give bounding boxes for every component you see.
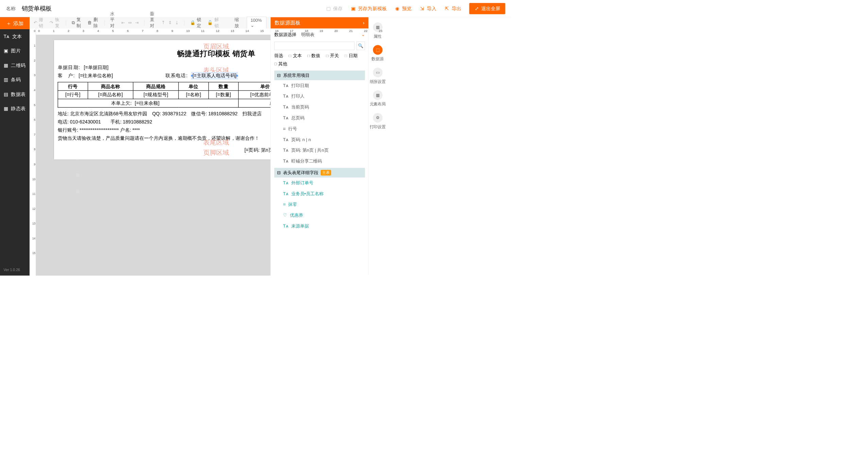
filter-checkbox[interactable]: 其他 — [274, 61, 287, 67]
save-as-icon: ▣ — [351, 6, 356, 11]
image-icon: ▣ — [4, 48, 8, 53]
field[interactable]: 联系电话:[=主联系人电话号码] — [166, 72, 267, 79]
ds-item[interactable]: Tᴀ打印日期 — [274, 80, 365, 91]
import-button[interactable]: ⇲导入 — [420, 5, 436, 12]
data-table[interactable]: 行号商品名称商品规格单位数量单价金额备注[=行号][=商品名称][=规格型号][… — [58, 82, 271, 107]
sidebar-item-qrcode[interactable]: ▦二维码 — [0, 58, 30, 72]
search-icon: 🔍 — [358, 43, 363, 48]
tab-2[interactable]: ▭纸张设置 — [370, 68, 386, 84]
ds-item[interactable]: Tᴀ页码: 第n页 | 共n页 — [274, 145, 365, 156]
align-right-button[interactable]: ⇥ — [135, 20, 139, 25]
right-panel-header: 数据源面板› — [271, 17, 368, 29]
plus-icon: ＋ — [6, 20, 11, 27]
chevron-down-icon: ⌄ — [250, 23, 254, 28]
footer-text[interactable]: 地址: 北京市海淀区北清路68号用友软件园 QQ: 393879122 微信号:… — [58, 110, 271, 142]
sidebar-item-barcode[interactable]: ▥条码 — [0, 72, 30, 87]
filter-checkbox[interactable]: 开关 — [326, 53, 339, 59]
statictable-icon: ▦ — [4, 106, 8, 111]
exit-fullscreen-button[interactable]: ⤢退出全屏 — [469, 3, 505, 14]
ds-item[interactable]: Tᴀ业务员•员工名称 — [274, 188, 365, 199]
canvas[interactable]: 页眉区域 表头区域 畅捷通打印模板 销货单 单据日期:[=单据日期]单据编号:[… — [36, 35, 271, 275]
export-icon: ⇱ — [445, 6, 450, 11]
align-top-button[interactable]: ⤒ — [161, 20, 165, 25]
doc-title[interactable]: 畅捷通打印模板 销货单 — [58, 49, 271, 59]
zoom-select[interactable]: 100% ⌄ — [247, 17, 266, 29]
category-headtail[interactable]: ⊟表头表尾详细字段主表 — [274, 168, 365, 178]
sidebar-item-datatable[interactable]: ▤数据表 — [0, 87, 30, 101]
zoom-label: 缩放 — [235, 17, 241, 29]
unlock-button[interactable]: 🔓解锁 — [207, 17, 219, 29]
ds-item[interactable]: ⌗抹零 — [274, 199, 365, 210]
align-bottom-button[interactable]: ⤓ — [175, 20, 179, 25]
filter-checkbox[interactable]: 数值 — [307, 53, 320, 59]
ruler-horizontal: 01234567891011121314151617181920212223 — [36, 29, 271, 35]
qrcode-icon: ▦ — [4, 63, 8, 68]
sidebar-item-statictable[interactable]: ▦静态表 — [0, 101, 30, 116]
field[interactable] — [166, 64, 267, 71]
sidebar-item-text[interactable]: Tᴀ文本 — [0, 29, 30, 44]
search-input[interactable] — [274, 42, 354, 50]
ds-item[interactable]: Tᴀ页码: n | n — [274, 134, 365, 145]
text-icon: Tᴀ — [4, 34, 10, 39]
filter-checkbox[interactable]: 文本 — [289, 53, 301, 59]
filter-checkbox[interactable]: 日期 — [345, 53, 358, 59]
save-button[interactable]: ▢保存 — [326, 5, 343, 12]
copy-button[interactable]: ⧉复制 — [72, 17, 82, 29]
redo-icon: ↷ — [50, 20, 53, 25]
template-title-input[interactable] — [22, 5, 98, 12]
datatable-icon: ▤ — [4, 91, 8, 97]
align-middle-button[interactable]: ⇕ — [168, 20, 172, 25]
export-button[interactable]: ⇱导出 — [445, 5, 461, 12]
ds-item[interactable]: Tᴀ当前页码 — [274, 102, 365, 113]
ds-item[interactable]: Tᴀ来源单据 — [274, 221, 365, 232]
ds-select[interactable]: 明细表⌄ — [301, 32, 365, 38]
save-as-button[interactable]: ▣另存为新模板 — [351, 5, 387, 12]
chevron-right-icon[interactable]: › — [363, 20, 364, 26]
preview-button[interactable]: ◉预览 — [395, 5, 412, 12]
collapse-icon: ⊟ — [277, 170, 281, 175]
main-table-badge: 主表 — [321, 170, 331, 175]
ds-item[interactable]: Tᴀ旺铺分享二维码 — [274, 156, 365, 167]
tab-3[interactable]: ▦元素布局 — [370, 90, 386, 107]
undo-icon: ↶ — [34, 20, 37, 25]
copy-icon: ⧉ — [72, 20, 75, 25]
ds-item[interactable]: Tᴀ打印人 — [274, 91, 365, 102]
redo-button[interactable]: ↷恢复 — [50, 17, 60, 29]
ds-item[interactable]: Tᴀ总页码 — [274, 113, 365, 123]
collapse-icon: ⊟ — [277, 73, 281, 78]
tab-1[interactable]: ⬚数据源 — [371, 45, 383, 62]
ds-item[interactable]: Tᴀ外部订单号 — [274, 178, 365, 188]
ds-item[interactable]: ⌗行号 — [274, 123, 365, 134]
exit-icon: ⤢ — [474, 6, 479, 11]
save-icon: ▢ — [326, 6, 331, 11]
name-label: 名称 — [6, 5, 16, 12]
sidebar-item-image[interactable]: ▣图片 — [0, 44, 30, 58]
filter-label: 筛选 — [274, 53, 283, 59]
unlock-icon: 🔓 — [207, 20, 213, 25]
version-label: Ver 1.0.26 — [0, 264, 30, 276]
tab-4[interactable]: ⚙打印设置 — [370, 113, 386, 130]
undo-button[interactable]: ↶撤销 — [34, 17, 44, 29]
ds-item[interactable]: ♡优惠券 — [274, 210, 365, 221]
add-button[interactable]: ＋添加 — [0, 17, 30, 29]
field[interactable]: 客 户:[=往来单位名称] — [58, 72, 159, 79]
trash-icon: 🗑 — [87, 20, 92, 25]
page[interactable]: 页眉区域 表头区域 畅捷通打印模板 销货单 单据日期:[=单据日期]单据编号:[… — [54, 40, 271, 160]
ruler-vertical: 0123456789101112131415 — [30, 29, 36, 276]
page-code[interactable]: [=页码: 第n页 | 共n页] — [58, 147, 271, 153]
eye-icon: ◉ — [395, 6, 400, 11]
delete-button[interactable]: 🗑删除 — [87, 17, 99, 29]
align-center-button[interactable]: ⇔ — [128, 20, 132, 25]
category-system[interactable]: ⊟系统常用项目 — [274, 70, 365, 80]
field[interactable]: 单据日期:[=单据日期] — [58, 64, 159, 71]
import-icon: ⇲ — [420, 6, 425, 11]
lock-button[interactable]: 🔒锁定 — [190, 17, 202, 29]
lock-icon: 🔒 — [190, 20, 195, 25]
barcode-icon: ▥ — [4, 77, 8, 82]
search-button[interactable]: 🔍 — [357, 42, 365, 50]
align-left-button[interactable]: ⇤ — [121, 20, 125, 25]
